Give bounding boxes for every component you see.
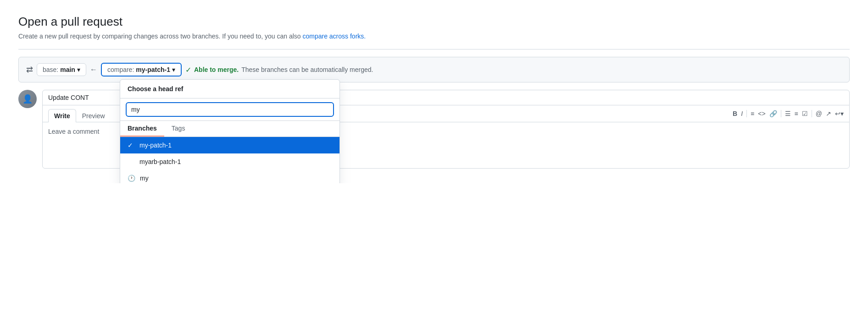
compare-branch-name: my-patch-1 [136, 66, 170, 73]
list-item[interactable]: 🕐 my [120, 170, 339, 183]
branch-bar: ⇄ base: main ▾ ← compare: my-patch-1 ▾ ✓… [18, 57, 850, 82]
preview-tab[interactable]: Preview [76, 109, 111, 122]
task-list-icon[interactable]: ☑ [802, 110, 808, 117]
avatar: 👤 [18, 90, 37, 108]
history-icon: 🕐 [128, 175, 135, 182]
toolbar-icons: B I ≡ <> 🔗 ☰ ≡ ☑ @ ↗ ↩▾ [733, 110, 844, 121]
branch-name: my-patch-1 [139, 142, 172, 149]
merge-status-bold: Able to merge. [194, 66, 239, 73]
check-icon: ✓ [128, 142, 135, 149]
merge-status: ✓ Able to merge. These branches can be a… [185, 66, 373, 74]
divider [18, 49, 850, 49]
toolbar-divider-3 [812, 110, 812, 117]
italic-icon[interactable]: I [741, 110, 743, 117]
base-branch-name: main [60, 66, 75, 73]
list-item[interactable]: ✓ my-patch-1 [120, 137, 339, 153]
tags-tab[interactable]: Tags [164, 121, 193, 137]
code-icon[interactable]: <> [758, 110, 765, 117]
list-item[interactable]: myarb-patch-1 [120, 153, 339, 170]
merge-check-icon: ✓ [185, 66, 191, 74]
arrow-left-icon: ← [90, 66, 97, 74]
heading-icon[interactable]: ≡ [751, 110, 754, 117]
unordered-list-icon[interactable]: ☰ [785, 110, 791, 117]
attach-icon[interactable]: ↗ [826, 110, 831, 117]
compare-branch-button[interactable]: compare: my-patch-1 ▾ [101, 63, 182, 77]
bold-icon[interactable]: B [733, 110, 737, 117]
dropdown-search-container [120, 98, 339, 121]
compare-chevron-icon: ▾ [172, 66, 175, 73]
base-label: base: [43, 66, 58, 73]
base-branch-button[interactable]: base: main ▾ [37, 63, 86, 76]
avatar-image: 👤 [18, 90, 37, 108]
branch-name: myarb-patch-1 [139, 158, 181, 165]
branch-name: my [140, 175, 149, 182]
dropdown-tabs: Branches Tags [120, 121, 339, 137]
dropdown-title: Choose a head ref [120, 80, 339, 98]
undo-icon[interactable]: ↩▾ [835, 110, 844, 117]
merge-status-text: These branches can be automatically merg… [241, 66, 373, 73]
link-icon[interactable]: 🔗 [769, 110, 777, 117]
base-chevron-icon: ▾ [77, 66, 80, 73]
mention-icon[interactable]: @ [816, 110, 822, 117]
ordered-list-icon[interactable]: ≡ [795, 110, 798, 117]
compare-forks-link[interactable]: compare across forks. [302, 33, 366, 40]
toolbar-divider [746, 110, 747, 117]
subtitle-text: Create a new pull request by comparing c… [18, 33, 301, 40]
toolbar-divider-2 [781, 110, 781, 117]
head-ref-dropdown: Choose a head ref Branches Tags ✓ my-pat… [120, 79, 340, 183]
compare-arrows-icon: ⇄ [26, 65, 33, 75]
page-title: Open a pull request [18, 15, 850, 29]
page-subtitle: Create a new pull request by comparing c… [18, 33, 850, 40]
branches-tab[interactable]: Branches [120, 121, 164, 137]
branch-list: ✓ my-patch-1 myarb-patch-1 🕐 my [120, 137, 339, 183]
write-tab[interactable]: Write [48, 109, 76, 122]
pr-body-placeholder: Leave a comment [48, 128, 99, 135]
compare-label: compare: [107, 66, 134, 73]
branch-search-input[interactable] [126, 102, 334, 117]
